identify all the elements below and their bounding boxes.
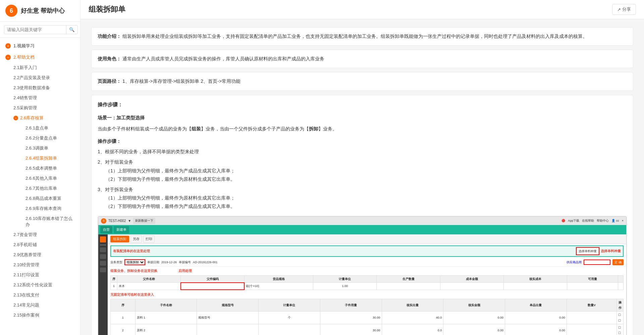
sim-annotation-top: 有装配清单的在这里处理 选择单料种量 选择单料种量 [110,245,624,257]
nav-group-videos: + 1.视频学习 [0,41,80,51]
sidebar-item-system[interactable]: 2.12系统个性化设置 [8,280,80,290]
sidebar-item-inventory[interactable]: − 2.6库存核算 [8,113,80,123]
step2-sub2: （2）下部明细为子件明细，最终作为原材料生成其它出库单。 [106,175,627,183]
sim-btn-confirm[interactable]: 定 确 [612,259,624,265]
table-row: 1 原料 1 规格型号 个 30.00 40.0 0.00 0.00 [111,312,624,324]
step3: 3、对于拆装业务 [98,185,627,194]
sidebar-item-inv3[interactable]: 2.6.3调拨单 [20,143,80,153]
sim-refresh: 刷新数据一下 [133,218,155,224]
logo-icon: 6 [5,5,17,17]
sidebar-item-inv8[interactable]: 2.6.8商品成本重算 [20,193,80,204]
th-unit: 计量单位 [313,275,376,283]
sim-nav-icon3 [100,254,106,259]
sim-label-type: 业务类型 [110,260,122,265]
sim-tab-self: 自营 [100,226,112,233]
page-title: 组装拆卸单 [89,4,125,14]
intro-label: 功能介绍： [98,34,121,39]
sidebar-item-cases[interactable]: 2.15操作案例 [8,310,80,320]
sim-input-ref[interactable] [584,260,610,265]
sidebar-item-print[interactable]: 2.11打印设置 [8,270,80,280]
th-real-cost: 核实成本 [504,275,567,283]
th-cost: 成本金额 [440,275,503,283]
sim-btn-assembly[interactable]: 组装拆卸 [110,236,129,242]
th-seq: 序 [111,275,117,283]
table-row: 2 原料 2 30.00 0.0 0.00 0.00 [111,324,624,335]
sidebar-item-coupon[interactable]: 2.9优惠券管理 [8,250,80,260]
step3-subs: （1）上部明细为父件明细，最终作为原材料生成其它出库单； （2）下部明细为子件明… [98,194,627,211]
nav-sub-docs: 2.1新手入门 2.2产品安装及登录 2.3使用前数据准备 2.4销售管理 2.… [0,63,80,320]
sim-label-ref: 供应商品用 [567,260,582,265]
sim-select-type[interactable]: 组装拆卸 [124,259,145,265]
th-parent-name: 父件名称 [117,275,181,283]
sidebar-item-data[interactable]: 2.3使用前数据准备 [8,83,80,93]
main-header: 组装拆卸单 ↗ 分享 [80,0,644,19]
sim-body: 组装拆卸 另存 打印 有装配清单的在这里处理 选择单料种量 [98,234,626,335]
sidebar-item-faq[interactable]: 2.14常见问题 [8,300,80,310]
sidebar-item-finance[interactable]: 2.7资金管理 [8,230,80,240]
main-panel: 组装拆卸单 ↗ 分享 功能介绍： 组装拆卸单用来处理企业组装或拆卸等加工业务，支… [80,0,644,335]
search-input[interactable] [4,25,66,34]
sidebar-item-operation[interactable]: 2.10经营管理 [8,260,80,270]
sidebar-item-inv9[interactable]: 2.6.9库存账本查询 [20,204,80,214]
logo-text: 好生意 帮助中心 [21,7,65,15]
sim-nav-icon2 [100,247,106,252]
intro-text: 组装拆卸单用来处理企业组装或拆卸等加工业务，支持有固定装配清单的产品加工业务，也… [122,34,587,39]
sidebar-item-sales[interactable]: 2.4销售管理 [8,93,80,103]
sidebar-logo: 6 好生意 帮助中心 [0,0,80,22]
annotation-label2: 选择单料种量 [601,248,621,254]
sidebar: 6 好生意 帮助中心 🔍 + 1.视频学习 − 2.帮助文档 2.1新手入门 2… [0,0,80,335]
sim-annotation-lower: 无固定清单可临时在这里录入 [108,291,626,299]
sim-nav-div [100,244,106,245]
sidebar-item-inv7[interactable]: 2.6.7其他出库单 [20,183,80,193]
search-button[interactable]: 🔍 [66,25,78,34]
sim-label-no: 单据编号 [179,260,191,265]
sidebar-item-newbie[interactable]: 2.1新手入门 [8,63,80,73]
sim-titlebar: 6 TEST-H002 ▼ 刷新数据一下 🔴 App下载 在线帮助 帮助中心 👤… [98,217,626,225]
sidebar-item-mobile[interactable]: 2.8手机旺铺 [8,240,80,250]
sim-table-parent: 序 父件名称 父件编码 货品规格 计量单位 生产数量 成本金额 核实成本 [108,275,626,291]
scenario1-desc: 当由多个子件材料组装成一个成品的业务为【组装】业务，当由一个父件拆分成多个子产品… [98,125,627,133]
sim-label-date: 单据日期 [147,260,159,265]
sidebar-item-inventory-label: 2.6库存核算 [20,115,44,121]
sidebar-item-purchase[interactable]: 2.5采购管理 [8,103,80,113]
main-content: 功能介绍： 组装拆卸单用来处理企业组装或拆卸等加工业务，支持有固定装配清单的产品… [80,19,644,335]
sidebar-item-inv10[interactable]: 2.6.10库存账本错了怎么办 [20,214,80,230]
annotation-label1: 有装配清单的在这里处理 [113,248,150,254]
scenario1-title: 场景一：加工类型选择 [98,114,627,122]
plus-icon: + [5,43,11,49]
sidebar-item-inv2[interactable]: 2.6.2分量盘点单 [20,133,80,143]
sidebar-item-inv4[interactable]: 2.6.4组装拆卸单 [20,153,80,163]
sim-btn-print[interactable]: 打印 [143,235,155,243]
sidebar-item-online-pay[interactable]: 2.13在线支付 [8,290,80,300]
th-qty: 生产数量 [377,275,440,283]
sim-date-val: 2019-12-26 [161,260,177,265]
sim-tab-new: 新建单 [114,226,129,233]
sidebar-item-inv1[interactable]: 2.6.1盘点单 [20,123,80,133]
step2: 2、对于组装业务 [98,158,627,166]
share-button[interactable]: ↗ 分享 [612,4,636,15]
sidebar-item-install[interactable]: 2.2产品安装及登录 [8,73,80,83]
sidebar-item-label: 1.视频学习 [13,43,35,49]
sidebar-item-inv6[interactable]: 2.6.6其他入库单 [20,173,80,183]
sim-main-area: 组装拆卸 另存 打印 有装配清单的在这里处理 选择单料种量 [108,234,626,335]
table-row: 1 米木 箱(个×10) 1.00 [111,283,624,290]
screenshot-sim: 6 TEST-H002 ▼ 刷新数据一下 🔴 App下载 在线帮助 帮助中心 👤… [98,216,627,335]
sim-left-nav [98,234,108,335]
sidebar-item-docs[interactable]: − 2.帮助文档 [0,52,80,63]
sim-nav-icon5 [100,268,106,272]
sim-btn-saveas[interactable]: 另存 [130,235,142,243]
path-label: 页面路径： [98,78,121,84]
minus-icon-docs: − [5,55,11,60]
th-ops [618,275,624,283]
screenshot-container: 6 TEST-H002 ▼ 刷新数据一下 🔴 App下载 在线帮助 帮助中心 👤… [98,216,627,335]
step3-sub1: （1）上部明细为父件明细，最终作为原材料生成其它出库单； [106,194,627,202]
sidebar-item-videos[interactable]: + 1.视频学习 [0,41,80,51]
path-box: 页面路径： 1、库存核算->库存管理->组装拆卸单 2、首页->常用功能 [91,72,633,91]
sim-logo: 6 [101,218,106,224]
sidebar-item-inv5[interactable]: 2.6.5成本调整单 [20,163,80,173]
steps-title: 操作步骤： [98,137,627,146]
sim-nav-icon1 [100,236,106,242]
th-avail: 可用量 [567,275,618,283]
annotation-label3: 组装业务、拆卸业务在这里切换 [110,269,157,273]
minus-icon-inv: − [13,116,18,120]
